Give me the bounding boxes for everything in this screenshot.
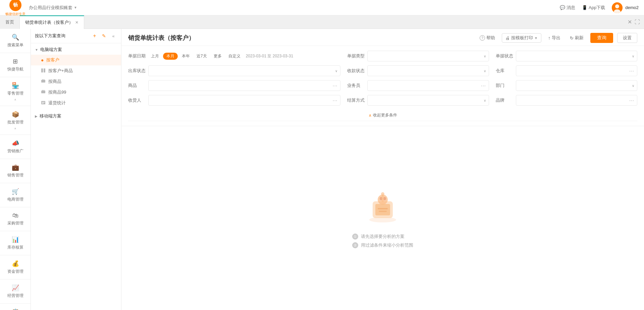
scheme-item-by-customer-goods[interactable]: 按客户+商品 bbox=[31, 65, 121, 76]
app-selector[interactable]: 办公用品行业模拟账套 ▼ bbox=[29, 5, 77, 11]
sidebar-item-retail[interactable]: 🏪 零售管理 ▲ bbox=[0, 77, 31, 106]
filter-panel-title: 按以下方案查询 bbox=[35, 33, 65, 39]
brand-ellipsis-icon: ··· bbox=[629, 98, 634, 103]
empty-hints: ① 请先选择要分析的方案 ② 用过滤条件来缩小分析范围 bbox=[352, 234, 413, 248]
tab-maximize-icon[interactable]: ⛶ bbox=[635, 19, 640, 25]
nav-icon: ⊞ bbox=[13, 58, 18, 65]
brand-select[interactable]: ··· bbox=[516, 95, 637, 106]
edit-scheme-button[interactable]: ✎ bbox=[100, 32, 108, 40]
filter-item-receiver: 收货人 ··· bbox=[128, 95, 340, 106]
settings-button[interactable]: 设置 bbox=[617, 33, 637, 43]
collapse-bar[interactable]: ∧ 收起更多条件 bbox=[128, 110, 637, 121]
help-button[interactable]: ? 帮助 bbox=[477, 34, 498, 42]
svg-rect-11 bbox=[41, 101, 45, 104]
filter-item-goods: 商品 ··· bbox=[128, 80, 340, 91]
message-label: 消息 bbox=[567, 5, 575, 11]
add-scheme-button[interactable]: + bbox=[91, 32, 98, 40]
tab-close-all-icon[interactable]: ✕ bbox=[628, 19, 632, 25]
sidebar-item-purchase[interactable]: 🛍 采购管理 bbox=[0, 207, 31, 231]
date-btn-thismonth[interactable]: 本月 bbox=[163, 53, 178, 60]
app-download-button[interactable]: 📱 App下载 bbox=[582, 5, 605, 11]
sidebar-item-finance[interactable]: 💰 资金管理 bbox=[0, 255, 31, 279]
scheme-group-mobile-header[interactable]: ▶ 移动端方案 bbox=[31, 111, 121, 121]
sidebar-item-quicknav[interactable]: ⊞ 快捷导航 bbox=[0, 53, 31, 77]
tab-home-label: 首页 bbox=[5, 19, 14, 25]
filter-area: 单据日期 上月 本月 本年 近7天 更多 自定义 2023-03-01 至 20… bbox=[121, 46, 644, 126]
goods-select[interactable]: ··· bbox=[148, 80, 340, 91]
filter-panel-actions: + ✎ « bbox=[91, 32, 117, 40]
collapse-panel-button[interactable]: « bbox=[110, 32, 117, 40]
svg-rect-10 bbox=[44, 90, 44, 91]
type-select[interactable]: ∨ bbox=[367, 51, 489, 61]
sidebar-item-label-ops: 经营管理 bbox=[7, 293, 23, 299]
sidebar-item-wholesale[interactable]: 📦 批发管理 ▲ bbox=[0, 106, 31, 135]
status-select[interactable]: ∨ bbox=[516, 51, 637, 61]
tab-sales-statistics[interactable]: 销货单统计表（按客户） ✕ bbox=[20, 15, 84, 29]
print-arrow-icon: ▼ bbox=[534, 36, 538, 40]
date-btn-custom[interactable]: 自定义 bbox=[226, 52, 243, 60]
scheme-item-by-customer[interactable]: ● 按客户 bbox=[31, 55, 121, 65]
scheme-item-by-goods99[interactable]: 按商品99 bbox=[31, 87, 121, 98]
warehouse-select[interactable]: ··· bbox=[516, 65, 637, 76]
export-icon: ↑ bbox=[548, 35, 550, 41]
export-label: 导出 bbox=[552, 35, 560, 41]
refresh-label: 刷新 bbox=[575, 35, 584, 41]
user-profile[interactable]: demo2 bbox=[612, 2, 639, 13]
sidebar-item-stock[interactable]: 📊 库存核算 bbox=[0, 231, 31, 255]
svg-rect-23 bbox=[382, 195, 384, 202]
collapse-label: 收起更多条件 bbox=[373, 112, 397, 118]
sidebar-item-basic[interactable]: 📋 基础信息 bbox=[0, 304, 31, 310]
svg-rect-21 bbox=[379, 211, 387, 212]
svg-rect-5 bbox=[41, 80, 45, 83]
svg-rect-9 bbox=[42, 90, 43, 91]
message-button[interactable]: 💬 消息 bbox=[560, 5, 575, 11]
refresh-icon: ↻ bbox=[570, 36, 574, 41]
scheme-group-desktop-header[interactable]: ▼ 电脑端方案 bbox=[31, 45, 121, 55]
salesperson-select[interactable]: ··· bbox=[367, 80, 489, 91]
tab-home[interactable]: 首页 bbox=[0, 15, 20, 29]
scheme-item-label-goods99: 按商品99 bbox=[48, 89, 66, 95]
scheme-item-return-stats[interactable]: 退货统计 bbox=[31, 98, 121, 108]
filter-item-salesperson: 业务员 ··· bbox=[347, 80, 489, 91]
outstatus-select[interactable]: ∨ bbox=[148, 65, 340, 76]
receiver-select[interactable]: ··· bbox=[148, 95, 340, 106]
tab-close-icon[interactable]: ✕ bbox=[75, 20, 78, 25]
sidebar-item-marketing[interactable]: 📣 营销推广 bbox=[0, 135, 31, 159]
sidebar-item-search[interactable]: 🔍 搜索菜单 bbox=[0, 29, 31, 53]
sidebar-item-sales[interactable]: 💼 销售管理 bbox=[0, 159, 31, 183]
purchase-icon: 🛍 bbox=[12, 212, 18, 219]
ops-icon: 📈 bbox=[12, 284, 19, 292]
dept-select[interactable]: ∨ bbox=[516, 80, 637, 91]
sidebar-item-ops[interactable]: 📈 经营管理 bbox=[0, 279, 31, 304]
export-button[interactable]: ↑ 导出 bbox=[545, 34, 563, 42]
scheme-item-by-goods[interactable]: 按商品 bbox=[31, 76, 121, 87]
goods-icon bbox=[41, 79, 46, 85]
status-label: 单据状态 bbox=[496, 53, 516, 59]
sidebar-item-label-stock: 库存核算 bbox=[7, 245, 23, 250]
date-btn-7days[interactable]: 近7天 bbox=[194, 52, 210, 60]
refresh-button[interactable]: ↻ 刷新 bbox=[567, 34, 586, 42]
scheme-group-desktop: ▼ 电脑端方案 ● 按客户 按客户+商品 按商品 bbox=[31, 43, 121, 110]
paystatus-select[interactable]: ∨ bbox=[367, 65, 489, 76]
sidebar-item-ecom[interactable]: 🛒 电商管理 bbox=[0, 183, 31, 207]
svg-rect-13 bbox=[42, 103, 44, 104]
payment-select[interactable]: ∨ bbox=[367, 95, 489, 106]
date-btn-thisyear[interactable]: 本年 bbox=[179, 52, 193, 60]
page-title: 销货单统计表（按客户） bbox=[128, 34, 195, 42]
sidebar-item-label-search: 搜索菜单 bbox=[7, 42, 23, 48]
print-icon: 🖨 bbox=[505, 36, 510, 41]
svg-rect-7 bbox=[44, 79, 44, 80]
outstatus-arrow-icon: ∨ bbox=[335, 69, 337, 73]
paystatus-label: 收款状态 bbox=[347, 68, 367, 74]
filter-row-2: 出库状态 ∨ 收款状态 ∨ bbox=[128, 65, 637, 76]
query-button[interactable]: 查询 bbox=[590, 33, 613, 43]
print-button[interactable]: 🖨 按模板打印 ▼ bbox=[502, 33, 541, 43]
sidebar-item-label-quicknav: 快捷导航 bbox=[7, 66, 23, 72]
svg-rect-6 bbox=[42, 79, 43, 80]
date-btn-lastmonth[interactable]: 上月 bbox=[148, 52, 162, 60]
scheme-item-label-customer-goods: 按客户+商品 bbox=[48, 68, 73, 74]
receiver-label: 收货人 bbox=[128, 97, 148, 103]
date-btn-more[interactable]: 更多 bbox=[211, 52, 224, 60]
tabbar-actions: ✕ ⛶ bbox=[628, 19, 644, 25]
svg-rect-12 bbox=[42, 102, 45, 103]
